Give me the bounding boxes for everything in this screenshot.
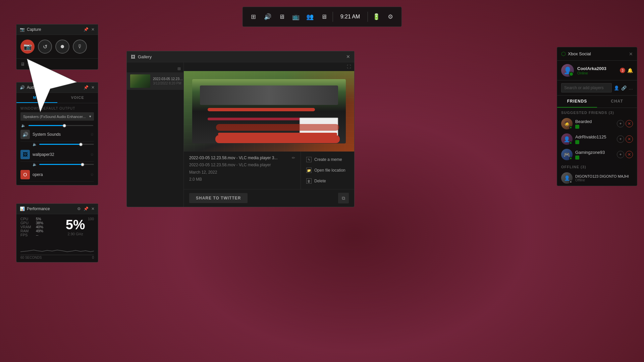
wallpaper-fill xyxy=(39,164,82,165)
perf-graph-label-right: 0 xyxy=(92,256,94,259)
perf-stats-area: CPU 5% GPU 38% VRAM 40% RAM 49% FPS -- 5… xyxy=(16,214,98,237)
perf-close-btn[interactable]: ✕ xyxy=(91,206,95,211)
gallery-icon: 🖼 xyxy=(131,54,135,59)
create-meme-label: Create a meme xyxy=(314,157,342,162)
bearded-actions: + ✕ xyxy=(617,120,633,127)
adrrivaldo-add-btn[interactable]: + xyxy=(617,135,624,143)
gallery-layout: ⊞ 2022-03-05 12.23.58.mov - ... 3/12/202… xyxy=(127,62,354,207)
adrrivaldo-remove-btn[interactable]: ✕ xyxy=(626,135,633,143)
master-volume-thumb[interactable] xyxy=(63,124,66,127)
screenshot-btn[interactable]: 📷 xyxy=(20,40,35,54)
display-3-icon[interactable]: 🖥 xyxy=(319,11,329,22)
xbox-close-btn[interactable]: ✕ xyxy=(629,51,633,57)
xbox-user-row: 👤 CoolArka2003 Online 3 🔔 xyxy=(557,61,637,80)
xbox-more-icon[interactable]: … xyxy=(629,85,633,90)
xbox-bell-icon[interactable]: 🔔 xyxy=(627,68,633,73)
perf-panel-controls: ⚙ 📌 ✕ xyxy=(77,206,95,211)
perf-pin-btn[interactable]: 📌 xyxy=(84,206,89,211)
mute-icon: 🎙 xyxy=(77,44,83,50)
audio-close-btn[interactable]: ✕ xyxy=(91,85,95,90)
gallery-thumb-date: 3/12/2022 8:20 PM xyxy=(153,81,183,85)
wallpaper-name: wallpaper32 xyxy=(33,152,90,157)
gallery-grid-icon[interactable]: ⊞ xyxy=(177,66,181,71)
wallpaper-thumb[interactable] xyxy=(81,163,84,166)
capture-pin-btn[interactable]: 📌 xyxy=(84,27,89,32)
system-sounds-track[interactable] xyxy=(39,144,94,145)
record-dot-btn[interactable] xyxy=(55,40,69,54)
wallpaper-track[interactable] xyxy=(39,164,94,165)
gallery-thumb-name: 2022-03-05 12.23.58.mov - ... xyxy=(153,77,183,81)
xbox-username: CoolArka2003 xyxy=(577,66,606,71)
gallery-close-btn[interactable]: ✕ xyxy=(346,54,350,59)
mute-btn[interactable]: 🎙 xyxy=(73,40,87,54)
open-file-location-btn[interactable]: 📁 Open file location xyxy=(306,166,349,174)
xbox-invite-icon[interactable]: 🔗 xyxy=(621,85,627,90)
audio-device-name: Speakers (FxSound Audio Enhancer... xyxy=(23,115,86,119)
perf-big-value: 5% xyxy=(66,218,85,231)
gamingzone-name: Gamingzone93 xyxy=(575,150,614,155)
capture-buttons-row: 📷 ↺ 🎙 xyxy=(16,35,98,58)
bearded-name: Bearded xyxy=(575,119,614,124)
tab-mix[interactable]: MIX xyxy=(16,93,57,103)
perf-fps-val: -- xyxy=(36,233,38,237)
capture-close-btn[interactable]: ✕ xyxy=(91,27,95,32)
capture-bottom-icon: 🖥 xyxy=(20,61,25,67)
performance-panel: 📊 Performance ⚙ 📌 ✕ CPU 5% GPU 38% VRAM … xyxy=(16,203,98,262)
audio-device-selector[interactable]: Speakers (FxSound Audio Enhancer... ▾ xyxy=(20,112,94,121)
volume-icon[interactable]: 🔊 xyxy=(262,11,273,22)
xbox-add-friend-icon[interactable]: 👤 xyxy=(614,85,619,90)
gallery-date: March 12, 2022 xyxy=(189,169,295,176)
audio-tabs: MIX VOICE xyxy=(16,93,98,103)
copy-btn[interactable]: ⧉ xyxy=(338,193,349,203)
screen-capture-icon[interactable]: ⊞ xyxy=(248,11,259,22)
bearded-info: Bearded xyxy=(575,119,614,129)
gallery-edit-icon[interactable]: ✏ xyxy=(292,156,295,160)
adrrivaldo-status-dot xyxy=(569,141,572,144)
bearded-add-btn[interactable]: + xyxy=(617,120,624,127)
system-sounds-thumb[interactable] xyxy=(79,143,83,146)
system-sounds-slider-row: 🔈 xyxy=(20,141,94,148)
xbox-panel-title: ⬡ Xbox Social xyxy=(561,51,591,57)
taskbar-time: 9:21 AM xyxy=(336,14,364,20)
people-icon[interactable]: 👥 xyxy=(305,11,315,22)
wallpaper-fav-icon[interactable]: ☆ xyxy=(90,152,94,157)
friend-avatar-gamingzone: 🎮 xyxy=(561,149,573,160)
perf-fps-row: FPS -- xyxy=(20,233,63,237)
delete-btn[interactable]: 🗑 Delete xyxy=(306,177,349,185)
audio-panel-controls: 📌 ✕ xyxy=(84,85,95,90)
bearded-remove-btn[interactable]: ✕ xyxy=(626,120,633,127)
perf-settings-btn[interactable]: ⚙ xyxy=(77,206,81,211)
display-alt-icon[interactable]: 📺 xyxy=(290,11,301,22)
perf-fps-label: FPS xyxy=(20,233,33,237)
gamingzone-remove-btn[interactable]: ✕ xyxy=(626,151,633,158)
tab-voice[interactable]: VOICE xyxy=(57,93,98,103)
xbox-logo-icon: ⬡ xyxy=(561,51,566,57)
opera-fav-icon[interactable]: ☆ xyxy=(90,172,94,177)
opera-name: opera xyxy=(33,172,90,177)
display-icon[interactable]: 🖥 xyxy=(276,11,287,22)
tab-friends[interactable]: FRIENDS xyxy=(557,96,597,108)
master-volume-track[interactable] xyxy=(29,125,93,126)
bearded-avatar-icon: 🧔 xyxy=(564,121,570,127)
share-twitter-btn[interactable]: SHARE TO TWITTER xyxy=(189,193,248,203)
audio-title-icon: 🔊 xyxy=(20,85,25,90)
system-sounds-fav-icon[interactable]: ☆ xyxy=(90,132,94,137)
xbox-notification-badge[interactable]: 3 xyxy=(620,68,625,73)
gamingzone-status-dot xyxy=(569,157,572,160)
battery-icon[interactable]: 🔋 xyxy=(371,11,382,22)
gallery-thumbnail-item[interactable]: 2022-03-05 12.23.58.mov - ... 3/12/2022 … xyxy=(127,72,183,90)
history-btn[interactable]: ↺ xyxy=(38,40,52,54)
create-meme-btn[interactable]: ✎ Create a meme xyxy=(306,156,349,164)
gallery-fullscreen-icon[interactable]: ⛶ xyxy=(347,64,351,69)
perf-gpu-val: 38% xyxy=(36,221,43,225)
audio-pin-btn[interactable]: 📌 xyxy=(84,85,89,90)
adrrivaldo-name: AdrRivaldo1125 xyxy=(575,134,614,139)
settings-icon[interactable]: ⚙ xyxy=(385,11,396,22)
friend-avatar-digonto: 👤 xyxy=(561,172,573,184)
delete-label: Delete xyxy=(314,179,326,183)
friend-avatar-bearded: 🧔 xyxy=(561,118,573,129)
adrrivaldo-game-icon xyxy=(575,140,579,144)
tab-chat[interactable]: CHAT xyxy=(597,96,637,108)
gamingzone-add-btn[interactable]: + xyxy=(617,151,624,158)
gallery-bottom-bar: SHARE TO TWITTER ⧉ xyxy=(184,189,354,207)
